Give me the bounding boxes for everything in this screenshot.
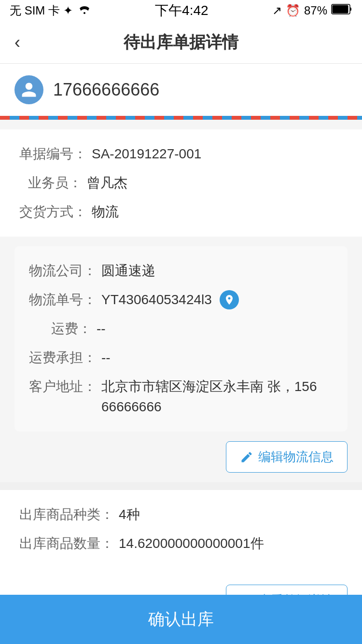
tracking-number-value: YT43064053424l3 bbox=[101, 290, 333, 310]
freight-bearer-row: 运费承担： -- bbox=[29, 348, 333, 368]
delivery-label: 交货方式： bbox=[19, 202, 92, 222]
person-icon bbox=[20, 81, 38, 98]
goods-section: 出库商品种类： 4种 出库商品数量： 14.620000000000001件 bbox=[0, 490, 362, 577]
logistics-card: 物流公司： 圆通速递 物流单号： YT43064053424l3 运费： -- bbox=[14, 246, 348, 432]
goods-quantity-value: 14.620000000000001件 bbox=[119, 533, 343, 554]
location-icon bbox=[223, 294, 235, 306]
freight-value: -- bbox=[97, 319, 333, 339]
logistics-company-value: 圆通速递 bbox=[101, 261, 333, 281]
delivery-row: 交货方式： 物流 bbox=[19, 202, 343, 222]
section-divider bbox=[0, 482, 362, 490]
status-bar-right: ↗ ⏰ 87% bbox=[272, 4, 352, 17]
delivery-value: 物流 bbox=[92, 202, 343, 222]
location-button[interactable] bbox=[220, 290, 239, 309]
goods-types-row: 出库商品种类： 4种 bbox=[19, 504, 343, 525]
sim-status: 无 SIM 卡 ✦ bbox=[10, 3, 73, 18]
confirm-button-label: 确认出库 bbox=[148, 610, 214, 628]
document-number-label: 单据编号： bbox=[19, 144, 92, 164]
freight-label: 运费： bbox=[29, 319, 97, 339]
dashed-divider bbox=[0, 116, 362, 120]
status-bar-time: 下午4:42 bbox=[155, 1, 209, 20]
status-bar-left: 无 SIM 卡 ✦ bbox=[10, 3, 91, 18]
edit-logistics-label: 编辑物流信息 bbox=[258, 448, 334, 465]
goods-quantity-label: 出库商品数量： bbox=[19, 533, 119, 554]
battery-level: 87% bbox=[304, 4, 327, 17]
goods-quantity-row: 出库商品数量： 14.620000000000001件 bbox=[19, 533, 343, 554]
staff-row: 业务员： 曾凡杰 bbox=[19, 173, 343, 193]
goods-types-label: 出库商品种类： bbox=[19, 504, 119, 525]
svg-rect-1 bbox=[333, 5, 348, 14]
confirm-button[interactable]: 确认出库 bbox=[0, 595, 362, 644]
nav-bar: ‹ 待出库单据详情 bbox=[0, 21, 362, 64]
staff-value: 曾凡杰 bbox=[87, 173, 343, 193]
logistics-company-label: 物流公司： bbox=[29, 261, 101, 281]
customer-phone: 17666666666 bbox=[53, 80, 159, 100]
avatar bbox=[14, 75, 43, 104]
tracking-number-text: YT43064053424l3 bbox=[101, 290, 212, 310]
document-number-value: SA-20191227-001 bbox=[92, 144, 343, 164]
battery-icon bbox=[331, 4, 352, 17]
address-label: 客户地址： bbox=[29, 377, 101, 397]
status-bar: 无 SIM 卡 ✦ 下午4:42 ↗ ⏰ 87% bbox=[0, 0, 362, 21]
address-value: 北京市市辖区海淀区永丰南 张，156 66666666 bbox=[101, 377, 333, 417]
edit-icon bbox=[240, 450, 253, 464]
logistics-company-row: 物流公司： 圆通速递 bbox=[29, 261, 333, 281]
basic-info-card: 单据编号： SA-20191227-001 业务员： 曾凡杰 交货方式： 物流 bbox=[0, 129, 362, 237]
address-row: 客户地址： 北京市市辖区海淀区永丰南 张，156 66666666 bbox=[29, 377, 333, 417]
alarm-icon: ⏰ bbox=[286, 4, 300, 17]
tracking-number-row: 物流单号： YT43064053424l3 bbox=[29, 290, 333, 310]
location-status-icon: ↗ bbox=[272, 4, 282, 17]
freight-row: 运费： -- bbox=[29, 319, 333, 339]
page-title: 待出库单据详情 bbox=[124, 31, 238, 54]
tracking-number-label: 物流单号： bbox=[29, 290, 101, 310]
wifi-icon bbox=[78, 4, 91, 17]
document-number-row: 单据编号： SA-20191227-001 bbox=[19, 144, 343, 164]
edit-btn-container: 编辑物流信息 bbox=[0, 432, 362, 482]
freight-bearer-value: -- bbox=[101, 348, 333, 368]
staff-label: 业务员： bbox=[19, 173, 87, 193]
freight-bearer-label: 运费承担： bbox=[29, 348, 101, 368]
edit-logistics-button[interactable]: 编辑物流信息 bbox=[226, 441, 348, 473]
back-button[interactable]: ‹ bbox=[14, 32, 20, 53]
customer-section: 17666666666 bbox=[0, 64, 362, 116]
goods-types-value: 4种 bbox=[119, 504, 343, 525]
